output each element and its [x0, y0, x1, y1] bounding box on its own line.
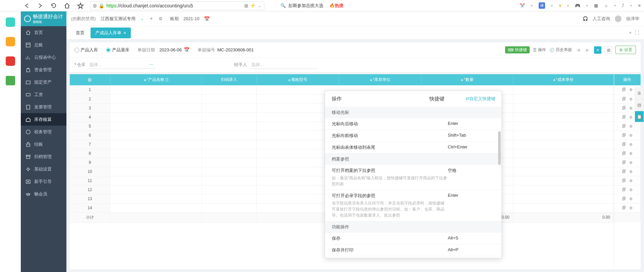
shield-icon: ◎ — [93, 3, 97, 8]
translate-icon[interactable]: 译 — [539, 2, 545, 9]
lock-icon: 🔒 — [99, 3, 104, 8]
dropdown-icon[interactable]: ⌄ — [258, 3, 261, 8]
back-icon[interactable] — [23, 2, 30, 9]
qr-icon[interactable]: ▦ — [244, 3, 248, 8]
reload-icon[interactable] — [50, 2, 57, 9]
gamepad-icon[interactable]: 🎮 — [575, 3, 580, 8]
share-icon[interactable]: ⤴ — [622, 3, 624, 8]
star-icon[interactable] — [77, 2, 84, 9]
apps-icon[interactable]: ▦ — [594, 3, 598, 8]
bolt-icon[interactable]: ⚡ — [250, 3, 256, 8]
browser-toolbar: ◎ 🔒 https://cloud.chanjet.com/accounting… — [0, 0, 644, 11]
search-text: 彭斯参加总统大选 — [288, 3, 323, 9]
url-text: https://cloud.chanjet.com/accounting/uru… — [106, 3, 193, 8]
scissors-icon[interactable]: ✂️ — [520, 3, 525, 8]
brightness-icon[interactable]: ☼ — [604, 3, 608, 8]
forward-icon[interactable] — [37, 2, 44, 9]
search-icon: 🔍 — [280, 3, 286, 8]
menu-icon[interactable]: ≡ — [638, 3, 641, 8]
url-bar[interactable]: ◎ 🔒 https://cloud.chanjet.com/accounting… — [90, 1, 264, 10]
coin-icon[interactable]: ¥ — [559, 3, 561, 8]
home-icon[interactable] — [64, 2, 70, 9]
search-box[interactable]: 🔍 彭斯参加总统大选 — [280, 3, 323, 9]
hot-search-badge[interactable]: 🔥热搜 — [329, 3, 343, 9]
